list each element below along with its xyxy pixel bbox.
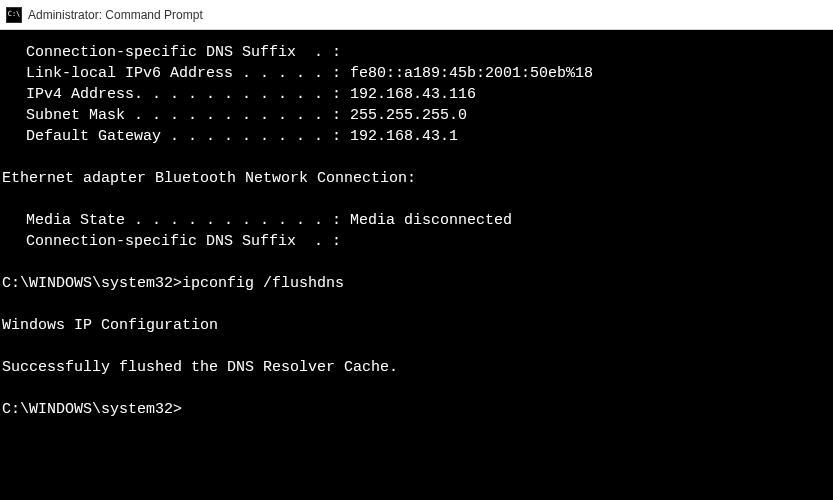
terminal-output[interactable]: Connection-specific DNS Suffix . :Link-l… [0,30,833,500]
prompt-path-2: C:\WINDOWS\system32> [2,401,182,418]
command-prompt-icon [6,7,22,23]
output-header: Windows IP Configuration [2,315,833,336]
ipv6-label: Link-local IPv6 Address . . . . . : [26,65,341,82]
ipv4-value: 192.168.43.116 [341,86,476,103]
media-state-label: Media State . . . . . . . . . . . : [26,212,341,229]
blank-line [2,252,833,273]
blank-line [2,294,833,315]
ipv6-line: Link-local IPv6 Address . . . . . : fe80… [2,63,833,84]
gateway-line: Default Gateway . . . . . . . . . : 192.… [2,126,833,147]
gateway-value: 192.168.43.1 [341,128,458,145]
prompt-path-1: C:\WINDOWS\system32> [2,275,182,292]
media-state-value: Media disconnected [341,212,512,229]
ipv4-line: IPv4 Address. . . . . . . . . . . : 192.… [2,84,833,105]
adapter-header: Ethernet adapter Bluetooth Network Conne… [2,168,833,189]
blank-line [2,147,833,168]
dns-suffix-label-2: Connection-specific DNS Suffix . : [26,233,341,250]
subnet-line: Subnet Mask . . . . . . . . . . . : 255.… [2,105,833,126]
window-title: Administrator: Command Prompt [28,8,203,22]
title-bar[interactable]: Administrator: Command Prompt [0,0,833,30]
ipv4-label: IPv4 Address. . . . . . . . . . . : [26,86,341,103]
output-result: Successfully flushed the DNS Resolver Ca… [2,357,833,378]
blank-line [2,378,833,399]
dns-suffix-line: Connection-specific DNS Suffix . : [2,42,833,63]
command-line-1: C:\WINDOWS\system32>ipconfig /flushdns [2,273,833,294]
dns-suffix-line-2: Connection-specific DNS Suffix . : [2,231,833,252]
blank-line [2,336,833,357]
dns-suffix-label: Connection-specific DNS Suffix . : [26,44,341,61]
subnet-label: Subnet Mask . . . . . . . . . . . : [26,107,341,124]
ipv6-value: fe80::a189:45b:2001:50eb%18 [341,65,593,82]
gateway-label: Default Gateway . . . . . . . . . : [26,128,341,145]
blank-line [2,189,833,210]
command-prompt-window: Administrator: Command Prompt Connection… [0,0,833,500]
subnet-value: 255.255.255.0 [341,107,467,124]
prompt-command-1: ipconfig /flushdns [182,275,344,292]
command-line-2: C:\WINDOWS\system32> [2,399,833,420]
media-state-line: Media State . . . . . . . . . . . : Medi… [2,210,833,231]
